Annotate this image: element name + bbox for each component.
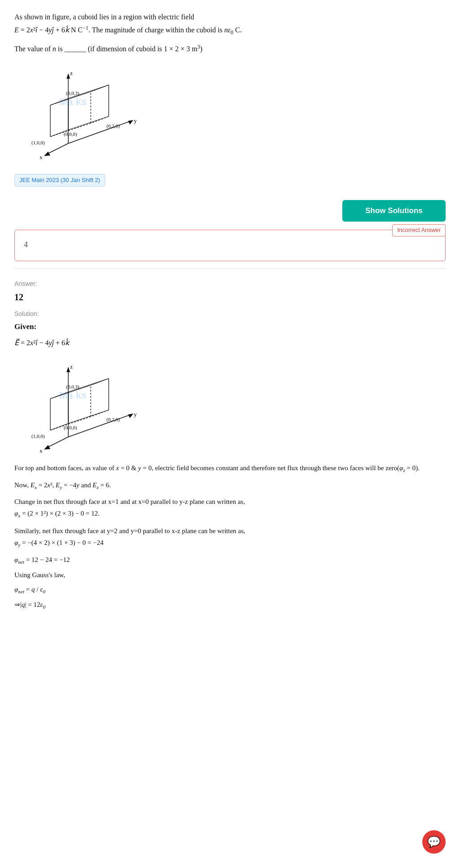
svg-text:(0,0,0): (0,0,0) [64, 425, 77, 431]
svg-line-3 [68, 121, 131, 143]
svg-marker-29 [128, 414, 133, 418]
svg-marker-1 [66, 73, 70, 79]
question-diagram: Ma ks z y x [23, 62, 149, 161]
solution-para3: Change in net flux through face at x=1 a… [14, 496, 446, 521]
intro-text: As shown in figure, a cuboid lies in a r… [14, 13, 194, 21]
solution-para8: ⇒|q| = 12ε0 [14, 599, 446, 611]
incorrect-badge: Incorrect Answer [392, 224, 446, 236]
cuboid-diagram-2: z y x (0,0,3) (0,0,0) (0,2,0) [23, 356, 149, 455]
answer-value: 12 [14, 290, 446, 304]
svg-text:z: z [70, 363, 73, 370]
answer-box[interactable]: 4 [14, 230, 446, 261]
svg-text:(0,2,0): (0,2,0) [106, 123, 120, 129]
svg-text:(0,2,0): (0,2,0) [106, 417, 120, 423]
svg-line-40 [91, 378, 109, 385]
solution-para4: Similarly, net flux through face at y=2 … [14, 525, 446, 550]
solution-para6: Using Gauss's law, [14, 570, 446, 580]
question-section: As shown in figure, a cuboid lies in a r… [14, 11, 446, 261]
svg-marker-26 [66, 367, 70, 372]
answer-input-section: Incorrect Answer 4 [14, 230, 446, 261]
solution-label: Solution: [14, 309, 446, 319]
svg-marker-32 [44, 445, 50, 450]
given-label: Given: [14, 320, 446, 333]
svg-text:y: y [134, 411, 137, 418]
svg-text:x: x [40, 154, 43, 160]
value-prompt: The value of n is ______ (if dimension o… [14, 42, 446, 55]
solution-para1: For top and bottom faces, as value of x … [14, 462, 446, 475]
jee-tag: JEE Main 2023 (30 Jan Shift 2) [14, 174, 105, 187]
svg-text:(1,0,0): (1,0,0) [31, 433, 45, 439]
svg-text:z: z [70, 70, 73, 76]
field-given: E⃗ = 2x²î − 4yĵ + 6k̂ [14, 337, 446, 349]
svg-text:(0,0,0): (0,0,0) [64, 131, 77, 137]
solution-para5: φnet = 12 − 24 = −12 [14, 554, 446, 566]
svg-text:(1,0,0): (1,0,0) [31, 140, 45, 146]
solution-section: Answer: 12 Solution: Given: E⃗ = 2x²î − … [14, 279, 446, 610]
svg-line-6 [46, 143, 68, 155]
svg-text:(0,0,3): (0,0,3) [66, 384, 80, 390]
solution-para7: φnet = q / ε0 [14, 584, 446, 596]
section-divider-1 [14, 268, 446, 269]
answer-label: Answer: [14, 279, 446, 289]
svg-text:x: x [40, 447, 43, 454]
svg-text:y: y [134, 117, 137, 124]
user-answer-value: 4 [24, 240, 28, 249]
svg-text:(0,0,3): (0,0,3) [66, 90, 80, 96]
question-intro: As shown in figure, a cuboid lies in a r… [14, 11, 446, 37]
solution-diagram: Ma ks z y x ( [23, 356, 149, 455]
svg-line-15 [91, 85, 109, 92]
solution-para2: Now, Ex = 2x², Ey = −4y and Ez = 6. [14, 480, 446, 491]
show-solutions-button[interactable]: Show Solutions [342, 200, 446, 222]
svg-marker-7 [44, 151, 50, 156]
svg-marker-4 [128, 120, 133, 125]
svg-line-31 [46, 437, 68, 448]
cuboid-diagram-1: z y x [23, 62, 149, 161]
field-equation: E = 2x²î − 4yĵ + 6k̂ N C−1. The magnitud… [14, 26, 242, 34]
svg-line-28 [68, 414, 131, 437]
